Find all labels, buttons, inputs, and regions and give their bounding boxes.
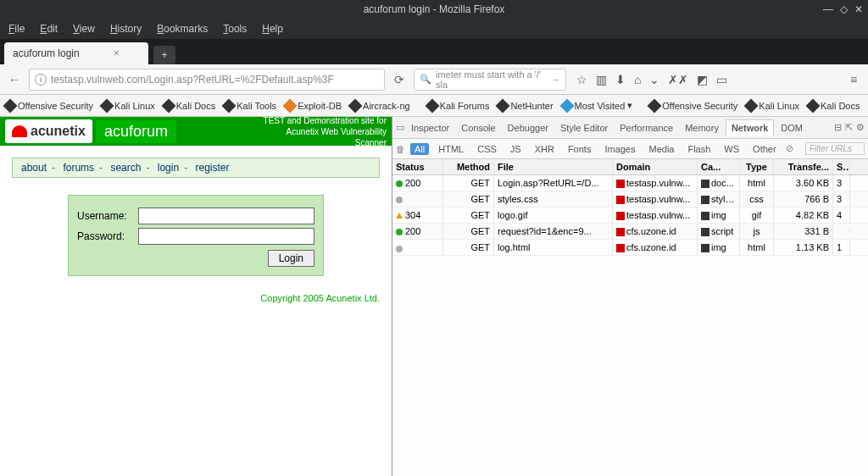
- filter-images[interactable]: Images: [600, 143, 639, 155]
- browser-tab[interactable]: acuforum login ×: [4, 42, 148, 64]
- col-domain[interactable]: Domain: [613, 159, 698, 174]
- tab-close-icon[interactable]: ×: [114, 47, 120, 59]
- col-type[interactable]: Type: [740, 159, 774, 174]
- kali-icon: [648, 98, 662, 113]
- bookmark-kali-docs-2[interactable]: Kali Docs: [808, 101, 860, 111]
- search-box[interactable]: 🔍 imeter must start with a '/' sla →: [414, 69, 566, 91]
- search-text: imeter must start with a '/' sla: [436, 69, 547, 90]
- acunetix-logo[interactable]: acunetix: [5, 119, 92, 143]
- network-row[interactable]: GETlog.htmlcfs.uzone.idimghtml1.13 KB1: [392, 240, 868, 256]
- col-size[interactable]: S...: [833, 159, 850, 174]
- dt-tab-memory[interactable]: Memory: [680, 120, 724, 136]
- devtools-iframe-icon[interactable]: ▭: [396, 122, 404, 133]
- col-cause[interactable]: Ca...: [698, 159, 740, 174]
- library-icon[interactable]: ▥: [596, 73, 607, 86]
- filter-css[interactable]: CSS: [473, 143, 501, 155]
- password-label: Password:: [77, 230, 138, 242]
- network-row[interactable]: 304GETlogo.giftestasp.vulnw...imggif4.82…: [392, 208, 868, 224]
- nav-search[interactable]: search: [110, 162, 141, 174]
- bookmark-kali-docs[interactable]: Kali Docs: [164, 101, 215, 111]
- col-method[interactable]: Method: [443, 159, 494, 174]
- addon-icon[interactable]: ◩: [697, 73, 708, 86]
- clear-icon[interactable]: 🗑: [396, 144, 405, 154]
- bookmark-kali-tools[interactable]: Kali Tools: [224, 101, 276, 111]
- bookmark-most-visited[interactable]: Most Visited▾: [562, 100, 633, 111]
- page-header: acunetix acuforum TEST and Demonstration…: [0, 117, 392, 146]
- noscript-icon[interactable]: ✗✗: [668, 73, 688, 86]
- network-row[interactable]: 200GETrequest?id=1&enc=9...cfs.uzone.ids…: [392, 224, 868, 240]
- bookmark-kali-forums[interactable]: Kali Forums: [427, 101, 490, 111]
- network-row[interactable]: GETstyles.csstestasp.vulnw...styles...cs…: [392, 191, 868, 208]
- nav-forums[interactable]: forums: [63, 162, 94, 174]
- devtools-settings-icon[interactable]: ⚙: [856, 122, 865, 133]
- home-icon[interactable]: ⌂: [634, 73, 641, 86]
- username-input[interactable]: [138, 208, 314, 224]
- dt-tab-inspector[interactable]: Inspector: [406, 120, 454, 136]
- password-input[interactable]: [138, 228, 314, 245]
- bookmark-kali-linux-2[interactable]: Kali Linux: [746, 101, 799, 111]
- reload-button[interactable]: ⟳: [390, 70, 409, 89]
- col-status[interactable]: Status: [392, 159, 443, 174]
- sidebar-icon[interactable]: ▭: [716, 73, 727, 86]
- bookmark-exploit-db[interactable]: Exploit-DB: [285, 101, 342, 111]
- bookmarks-bar: Offensive Security Kali Linux Kali Docs …: [0, 95, 868, 117]
- cause-icon: [701, 196, 709, 204]
- menu-tools[interactable]: Tools: [223, 23, 247, 35]
- menu-bookmarks[interactable]: Bookmarks: [157, 23, 208, 35]
- dt-tab-dom[interactable]: DOM: [776, 120, 808, 136]
- pocket-icon[interactable]: ⌄: [649, 73, 659, 86]
- minimize-icon[interactable]: —: [823, 3, 833, 15]
- nav-register[interactable]: register: [195, 162, 229, 174]
- filter-js[interactable]: JS: [506, 143, 526, 155]
- filter-ws[interactable]: WS: [720, 143, 743, 155]
- hamburger-menu-icon[interactable]: ≡: [844, 70, 863, 89]
- devtools-dock-icon[interactable]: ⇱: [845, 122, 853, 133]
- search-go-icon[interactable]: →: [551, 75, 560, 85]
- bookmark-kali-linux[interactable]: Kali Linux: [102, 101, 155, 111]
- back-button[interactable]: ←: [5, 70, 24, 89]
- col-file[interactable]: File: [494, 159, 613, 174]
- menubar: File Edit View History Bookmarks Tools H…: [0, 19, 868, 39]
- menu-history[interactable]: History: [110, 23, 142, 35]
- menu-file[interactable]: File: [8, 23, 25, 35]
- network-row[interactable]: 200GETLogin.asp?RetURL=/D...testasp.vuln…: [392, 175, 868, 191]
- dt-tab-network[interactable]: Network: [726, 119, 774, 136]
- menu-view[interactable]: View: [73, 23, 95, 35]
- col-transfer[interactable]: Transfe...: [774, 159, 833, 174]
- tab-title: acuforum login: [13, 47, 80, 59]
- filter-html[interactable]: HTML: [434, 143, 468, 155]
- bookmark-aircrack[interactable]: Aircrack-ng: [350, 101, 410, 111]
- filter-media[interactable]: Media: [644, 143, 678, 155]
- kali-icon: [496, 98, 510, 113]
- dt-tab-performance[interactable]: Performance: [615, 120, 678, 136]
- bookmark-offensive-security-2[interactable]: Offensive Security: [649, 101, 737, 111]
- site-info-icon[interactable]: i: [35, 74, 47, 86]
- nav-login[interactable]: login: [158, 162, 179, 174]
- address-bar[interactable]: i testasp.vulnweb.com/Login.asp?RetURL=%…: [29, 69, 385, 91]
- bookmark-nethunter[interactable]: NetHunter: [498, 101, 553, 111]
- close-icon[interactable]: ✕: [854, 3, 863, 15]
- menu-help[interactable]: Help: [262, 23, 283, 35]
- devtools-split-icon[interactable]: ⊟: [834, 122, 842, 133]
- disable-cache-icon[interactable]: ⊘: [786, 143, 793, 154]
- username-label: Username:: [77, 210, 138, 222]
- status-dot-icon: [396, 229, 403, 235]
- downloads-icon[interactable]: ⬇: [615, 73, 626, 86]
- maximize-icon[interactable]: ◇: [840, 3, 848, 15]
- menu-edit[interactable]: Edit: [40, 23, 58, 35]
- bookmark-star-icon[interactable]: ☆: [576, 73, 587, 86]
- filter-xhr[interactable]: XHR: [531, 143, 559, 155]
- dt-tab-style-editor[interactable]: Style Editor: [555, 120, 613, 136]
- filter-other[interactable]: Other: [748, 143, 781, 155]
- dt-tab-debugger[interactable]: Debugger: [503, 120, 554, 136]
- dt-tab-console[interactable]: Console: [456, 120, 500, 136]
- filter-flash[interactable]: Flash: [683, 143, 715, 155]
- filter-url-input[interactable]: Filter URLs: [805, 142, 865, 155]
- tabbar: acuforum login × +: [0, 39, 868, 64]
- login-button[interactable]: Login: [268, 250, 314, 267]
- nav-about[interactable]: about: [21, 162, 47, 174]
- bookmark-offensive-security[interactable]: Offensive Security: [5, 101, 93, 111]
- filter-fonts[interactable]: Fonts: [564, 143, 596, 155]
- filter-all[interactable]: All: [410, 143, 429, 155]
- new-tab-button[interactable]: +: [153, 46, 175, 64]
